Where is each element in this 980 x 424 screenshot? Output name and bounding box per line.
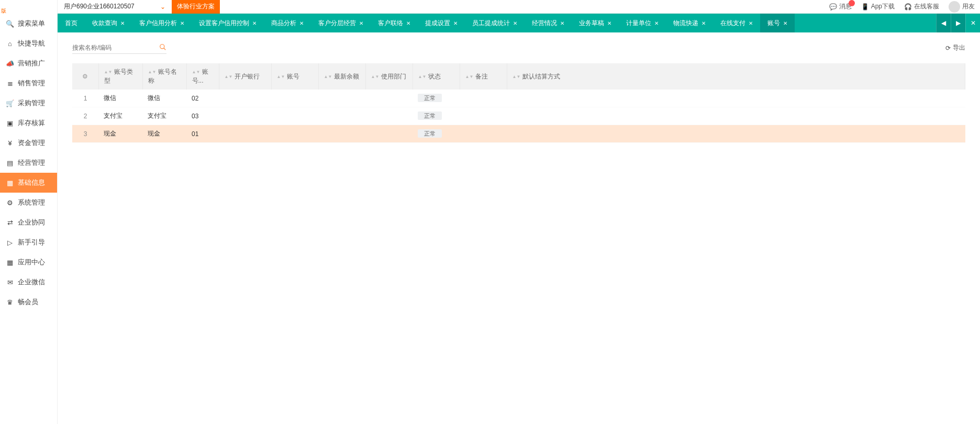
export-icon: ⟳ [945,44,951,52]
table-row[interactable]: 2支付宝支付宝03正常 [72,107,965,125]
close-icon[interactable]: ✕ [180,20,184,26]
close-icon[interactable]: ✕ [252,20,257,26]
tab-业务草稿[interactable]: 业务草稿✕ [572,14,619,32]
close-icon[interactable]: ✕ [654,20,659,26]
tab-scroll-left-button[interactable]: ◀ [936,14,951,32]
close-icon[interactable]: ✕ [749,20,753,26]
cell-code: 02 [186,90,219,107]
tab-首页[interactable]: 首页 [58,14,85,32]
app-download-button[interactable]: 📱 App下载 [861,2,895,11]
user-menu[interactable]: 用友 [949,1,975,13]
close-icon[interactable]: ✕ [359,20,363,26]
sidebar: 版 🔍搜索菜单⌂快捷导航📣营销推广≣销售管理🛒采购管理▣库存核算¥资金管理▤经营… [0,0,58,152]
sort-icon: ▲▼ [225,75,233,78]
tab-设置客户信用控制[interactable]: 设置客户信用控制✕ [192,14,264,32]
messages-label: 消息 [839,2,852,11]
column-header[interactable]: ▲▼备注 [460,63,507,90]
sidebar-item-box[interactable]: ▣库存核算 [0,113,57,133]
cell-account [271,107,318,125]
tab-收款查询[interactable]: 收款查询✕ [85,14,132,32]
sidebar-item-label: 快捷导航 [18,39,45,48]
cell-account [271,125,318,143]
tab-close-all-button[interactable]: ✕ [965,14,980,32]
tab-label: 设置客户信用控制 [199,19,249,28]
sidebar-item-search[interactable]: 🔍搜索菜单 [0,14,57,34]
cell-settle [507,107,965,125]
gear-icon: ⚙ [82,73,88,80]
sidebar-item-cart[interactable]: 🛒采购管理 [0,93,57,113]
column-header[interactable]: ▲▼使用部门 [365,63,413,90]
sidebar-item-label: 库存核算 [18,118,45,128]
column-header[interactable]: ▲▼开户银行 [219,63,271,90]
tab-提成设置[interactable]: 提成设置✕ [418,14,465,32]
sidebar-item-speaker[interactable]: 📣营销推广 [0,53,57,73]
money-icon: ¥ [6,139,14,147]
tab-label: 首页 [65,19,77,28]
column-header[interactable]: ▲▼账号名称 [142,63,186,90]
export-button[interactable]: ⟳ 导出 [945,43,965,52]
tab-商品分析[interactable]: 商品分析✕ [264,14,311,32]
column-header[interactable]: ▲▼账号 [271,63,318,90]
cell-balance [318,125,365,143]
tab-在线支付[interactable]: 在线支付✕ [713,14,760,32]
column-header[interactable]: ▲▼状态 [413,63,460,90]
column-header[interactable]: ▲▼账号... [186,63,219,90]
row-index: 1 [72,90,98,107]
message-icon: 💬 [829,3,837,10]
column-header[interactable]: ▲▼账号类型 [98,63,142,90]
cell-dept [365,90,413,107]
sidebar-item-home[interactable]: ⌂快捷导航 [0,34,57,53]
tenant-name: 用户690企业1660120507 [64,2,135,11]
tab-label: 物流快递 [673,19,698,28]
column-header[interactable]: ▲▼默认结算方式 [507,63,965,90]
tab-label: 在线支付 [720,19,745,28]
close-icon[interactable]: ✕ [120,20,125,26]
tab-label: 业务草稿 [579,19,604,28]
close-icon[interactable]: ✕ [783,20,787,26]
sidebar-item-list[interactable]: ≣销售管理 [0,73,57,93]
messages-button[interactable]: 💬 消息 [829,2,852,11]
main-content: ⟳ 导出 ⚙ ▲▼账号类型 ▲▼账号名称 ▲▼账号... ▲▼开户银行 ▲▼账号… [58,32,980,152]
home-icon: ⌂ [6,40,14,47]
cell-remark [460,107,507,125]
close-icon[interactable]: ✕ [299,20,304,26]
username-label: 用友 [962,2,975,11]
close-icon[interactable]: ✕ [453,20,458,26]
tab-员工提成统计[interactable]: 员工提成统计✕ [465,14,525,32]
online-service-button[interactable]: 🎧 在线客服 [904,2,939,11]
experience-button[interactable]: 体验行业方案 [172,0,220,14]
tab-经营情况[interactable]: 经营情况✕ [525,14,572,32]
sort-icon: ▲▼ [418,75,427,78]
online-service-label: 在线客服 [914,2,939,11]
close-icon[interactable]: ✕ [406,20,410,26]
table-row[interactable]: 3现金现金01正常 [72,125,965,143]
svg-line-1 [164,48,166,50]
column-header[interactable]: ▲▼最新余额 [318,63,365,90]
top-header: 畅捷通好生意 用户690企业1660120507 ⌄ 体验行业方案 💬 消息 📱… [0,0,980,14]
list-icon: ≣ [6,80,14,87]
tab-物流快递[interactable]: 物流快递✕ [666,14,713,32]
tab-计量单位[interactable]: 计量单位✕ [619,14,666,32]
sort-icon: ▲▼ [192,71,201,73]
sidebar-item-label: 搜索菜单 [18,19,45,28]
tab-客户分层经营[interactable]: 客户分层经营✕ [311,14,371,32]
close-icon[interactable]: ✕ [513,20,517,26]
tenant-select[interactable]: 用户690企业1660120507 ⌄ [64,2,169,11]
gear-column-header[interactable]: ⚙ [72,63,98,90]
tab-label: 收款查询 [92,19,117,28]
table-row[interactable]: 1微信微信02正常 [72,90,965,107]
tab-账号[interactable]: 账号✕ [760,14,795,32]
tab-客户信用分析[interactable]: 客户信用分析✕ [132,14,192,32]
tab-scroll-right-button[interactable]: ▶ [951,14,965,32]
cart-icon: 🛒 [6,99,14,107]
close-icon[interactable]: ✕ [560,20,564,26]
accounts-table: ⚙ ▲▼账号类型 ▲▼账号名称 ▲▼账号... ▲▼开户银行 ▲▼账号 ▲▼最新… [72,63,965,143]
cell-bank [219,90,271,107]
close-icon[interactable]: ✕ [607,20,611,26]
experience-label: 体验行业方案 [177,3,215,10]
search-icon[interactable] [159,43,166,52]
sidebar-item-money[interactable]: ¥资金管理 [0,133,57,152]
search-input[interactable] [72,42,159,53]
tab-客户联络[interactable]: 客户联络✕ [371,14,418,32]
close-icon[interactable]: ✕ [701,20,706,26]
